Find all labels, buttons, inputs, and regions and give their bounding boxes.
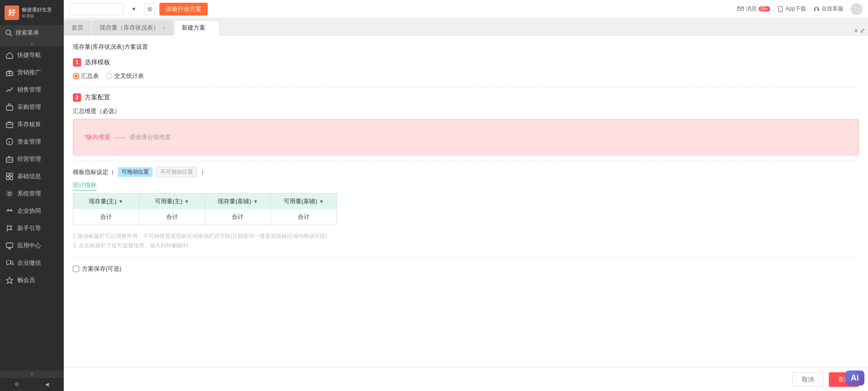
sidebar-item-search[interactable]: 搜索菜单: [0, 26, 64, 40]
bag-icon: [5, 103, 14, 111]
sidebar-scroll-down[interactable]: ▼: [0, 370, 64, 377]
sidebar-item-label: 搜索菜单: [15, 29, 39, 37]
sidebar-logo: 好 畅捷通好生意 标准版: [0, 0, 64, 26]
svg-rect-3: [6, 106, 13, 110]
sidebar-item-label: 资金管理: [17, 138, 41, 146]
search-icon: [5, 29, 13, 37]
sidebar-item-label: 经营管理: [17, 155, 41, 163]
money-icon: ¥: [5, 138, 14, 146]
user-avatar[interactable]: [851, 3, 863, 15]
stats-col-label-0: 现存量(主): [89, 197, 117, 206]
sidebar-item-quicknav[interactable]: 快捷导航: [0, 46, 64, 64]
monitor-icon: [5, 242, 14, 250]
section2-num: 2: [73, 93, 81, 102]
sidebar-item-guide[interactable]: 新手引导: [0, 220, 64, 237]
sidebar-item-member[interactable]: 畅会员: [0, 272, 64, 289]
app-download-label: App下载: [786, 5, 806, 13]
tab-inventory[interactable]: 现存量（库存状况表） ×: [92, 20, 173, 35]
stats-col-header-0: 现存量(主) ▼: [73, 194, 139, 209]
content-area: 现存量(库存状况表)方案设置 1 选择模板 汇总表 交叉统计表: [64, 36, 868, 367]
stats-col-body-1: 合计: [139, 209, 205, 225]
sidebar-scroll-up[interactable]: ▲: [0, 40, 64, 46]
tab-home[interactable]: 首页: [64, 20, 91, 35]
svg-rect-16: [6, 243, 13, 247]
stats-col-dropdown-3[interactable]: ▼: [319, 199, 324, 204]
stats-col-label-1: 可用量(主): [155, 197, 183, 206]
vip-icon: [5, 276, 14, 284]
cancel-button[interactable]: 取消: [792, 372, 823, 387]
panel-close-btn[interactable]: ×: [853, 26, 859, 35]
sidebar-item-label: 系统管理: [17, 190, 41, 198]
stats-col-header-2: 现存量(基辅) ▼: [205, 194, 271, 209]
svg-text:¥: ¥: [8, 140, 10, 144]
app-download-btn[interactable]: App下载: [777, 5, 806, 13]
stats-col-dropdown-0[interactable]: ▼: [118, 199, 123, 204]
svg-rect-4: [6, 123, 13, 128]
topbar-dropdown-btn[interactable]: ▼: [128, 3, 140, 15]
topbar-gear-btn[interactable]: [144, 3, 156, 15]
divider-2: [73, 161, 859, 161]
svg-point-0: [6, 30, 10, 35]
sales-icon: [5, 86, 14, 94]
gift-icon: [5, 68, 14, 77]
stats-table-body: 合计 合计 合计 合计: [73, 209, 337, 225]
sidebar-item-label: 应用中心: [17, 242, 41, 250]
save-checkbox[interactable]: [73, 266, 79, 272]
sidebar-item-purchase[interactable]: 采购管理: [0, 98, 64, 116]
messages-btn[interactable]: 消息 99+: [737, 5, 770, 13]
page-title: 现存量(库存状况表)方案设置: [73, 43, 859, 51]
dim-label: 汇总维度（必选）: [73, 107, 859, 115]
sidebar-item-sales[interactable]: 销售管理: [0, 81, 64, 98]
svg-rect-11: [10, 177, 13, 180]
stats-col-summary-3: 合计: [298, 213, 310, 221]
svg-point-18: [148, 8, 151, 10]
sidebar-item-operations[interactable]: 经营管理: [0, 150, 64, 168]
tab-new-plan[interactable]: 新建方案 ×: [174, 20, 220, 36]
sidebar-item-label: 快捷导航: [17, 51, 41, 59]
stats-table: 现存量(主) ▼ 可用量(主) ▼: [73, 193, 337, 225]
sidebar-item-inventory[interactable]: 库存核算: [0, 116, 64, 133]
tip-1: 1.拖动标题栏可以调整布局，不可跨维度或指标区域拖动栏目字段(只能在同一维度或指…: [73, 232, 859, 240]
radio-crosstab-circle: [106, 73, 112, 79]
customer-service-btn[interactable]: 在线客服: [813, 5, 843, 13]
sidebar-item-wechat[interactable]: 企业微信: [0, 254, 64, 272]
sidebar-item-label: 畅会员: [17, 276, 35, 284]
radio-summary-label: 汇总表: [81, 72, 99, 80]
radio-summary-circle: [73, 73, 79, 79]
topbar-search-input[interactable]: [69, 3, 124, 15]
stats-col-body-0: 合计: [73, 209, 139, 225]
sidebar-toggle-btn[interactable]: ◀: [34, 381, 60, 387]
radio-summary-table[interactable]: 汇总表: [73, 72, 99, 80]
sidebar-item-finance[interactable]: ¥ 资金管理: [0, 133, 64, 150]
sidebar-item-marketing[interactable]: 营销推广: [0, 64, 64, 81]
sidebar-item-label: 基础信息: [17, 172, 41, 180]
sidebar-scroll-area: ▲ 快捷导航 营销推广 销售管理: [0, 40, 64, 377]
indicator-label-suffix: ）: [201, 168, 207, 176]
tab-inventory-close[interactable]: ×: [163, 25, 165, 31]
panel-expand-btn[interactable]: ⤢: [859, 26, 866, 35]
sidebar-footer: ⚙ ◀: [0, 377, 64, 391]
sidebar-item-apps[interactable]: 应用中心: [0, 237, 64, 254]
save-option: 方案保存(可选): [73, 265, 859, 273]
sidebar-item-basic-info[interactable]: 基础信息: [0, 168, 64, 185]
dim-box[interactable]: *纵向维度 —— 请选择分组维度: [73, 119, 859, 155]
sidebar-settings-btn[interactable]: ⚙: [4, 381, 30, 387]
stats-col-body-3: 合计: [271, 209, 337, 225]
ai-badge[interactable]: Ai: [845, 370, 864, 386]
dim-required: *纵向维度: [84, 133, 110, 141]
sidebar-item-system[interactable]: 系统管理: [0, 185, 64, 202]
tag-fixed: 不可拖动位置: [156, 167, 197, 177]
stats-section-title: 统计指标: [73, 181, 97, 190]
customer-service-label: 在线客服: [822, 5, 843, 13]
sidebar: 好 畅捷通好生意 标准版 搜索菜单 ▲ 快捷导航: [0, 0, 64, 391]
stats-col-dropdown-1[interactable]: ▼: [184, 199, 189, 204]
indicator-label-text: 模板指标设定（: [73, 168, 114, 176]
sidebar-item-collab[interactable]: 企业协同: [0, 202, 64, 220]
topbar-left: ▼ 体验行业方案: [69, 3, 733, 15]
section-template: 1 选择模板 汇总表 交叉统计表: [73, 58, 859, 80]
trial-btn[interactable]: 体验行业方案: [159, 3, 208, 15]
tab-new-plan-close[interactable]: ×: [209, 25, 212, 31]
radio-crosstab[interactable]: 交叉统计表: [106, 72, 144, 80]
dim-arrow: ——: [114, 134, 126, 141]
stats-col-dropdown-2[interactable]: ▼: [253, 199, 258, 204]
